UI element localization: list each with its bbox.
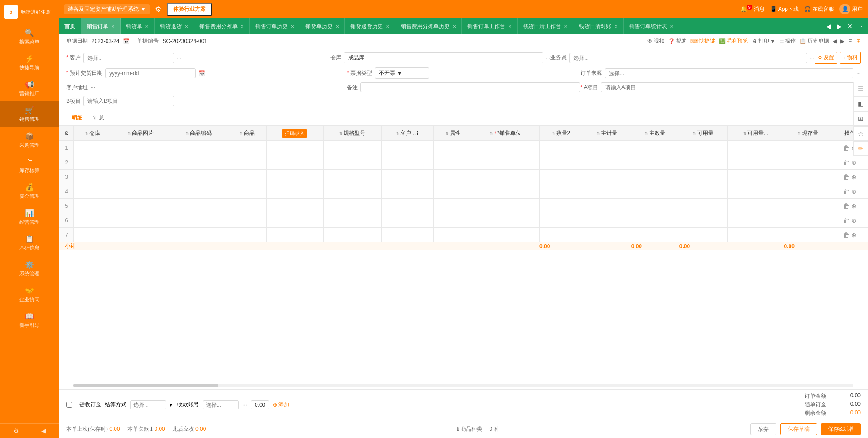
- cell-main-qty[interactable]: [631, 228, 679, 242]
- tab-stats[interactable]: 销售订单统计表 ✕: [624, 18, 679, 34]
- cell-customer-code[interactable]: [382, 199, 434, 213]
- settlement-input[interactable]: [130, 400, 166, 409]
- tab-order-workbench[interactable]: 销售订单工作台 ✕: [462, 18, 518, 34]
- staff-more-icon[interactable]: ···: [810, 55, 815, 61]
- cell-qty2[interactable]: [539, 141, 583, 155]
- user-menu[interactable]: 👤 用户: [839, 4, 863, 14]
- order-source-more-icon[interactable]: ···: [856, 70, 861, 77]
- cell-attr[interactable]: [434, 228, 472, 242]
- cell-spec[interactable]: [323, 199, 381, 213]
- tab-summary[interactable]: 汇总: [88, 111, 110, 125]
- cell-attr[interactable]: [434, 170, 472, 184]
- staff-input[interactable]: [569, 53, 807, 63]
- cell-attr[interactable]: [434, 213, 472, 228]
- cell-product[interactable]: [228, 184, 266, 199]
- cell-code[interactable]: [170, 184, 228, 199]
- profit-preview-btn[interactable]: 💹 毛利预览: [719, 37, 748, 45]
- float-btn-5[interactable]: ✏: [853, 141, 868, 156]
- cell-product[interactable]: [228, 155, 266, 170]
- close-tab-icon[interactable]: ✕: [291, 24, 294, 29]
- delete-row-icon[interactable]: 🗑: [843, 173, 849, 181]
- app-download-btn[interactable]: 📱 App下载: [770, 5, 799, 13]
- scan-button[interactable]: 扫码录入: [282, 129, 307, 138]
- cell-attr[interactable]: [434, 184, 472, 199]
- shortcut-btn[interactable]: ⌨ 快捷键: [690, 37, 715, 45]
- sidebar-item-purchase[interactable]: 📦 采购管理: [0, 127, 59, 153]
- date-picker-icon[interactable]: 📅: [199, 70, 205, 77]
- sidebar-item-finance[interactable]: 💰 资金管理: [0, 178, 59, 204]
- cell-qty2[interactable]: [539, 155, 583, 170]
- cell-warehouse[interactable]: [74, 184, 112, 199]
- warehouse-value[interactable]: 成品库: [344, 52, 543, 63]
- cell-unit[interactable]: [472, 155, 539, 170]
- horizontal-scrollbar[interactable]: [59, 382, 868, 389]
- delete-row-icon[interactable]: 🗑: [843, 144, 849, 152]
- help-btn[interactable]: ❓ 帮助: [668, 37, 687, 45]
- sidebar-item-inventory[interactable]: 🗂 库存核算: [0, 153, 59, 178]
- cell-product[interactable]: [228, 228, 266, 242]
- cell-attr[interactable]: [434, 141, 472, 155]
- cell-main-unit[interactable]: [583, 170, 631, 184]
- sidebar-item-operations[interactable]: 📊 经营管理: [0, 204, 59, 230]
- cell-product[interactable]: [228, 213, 266, 228]
- cell-warehouse[interactable]: [74, 155, 112, 170]
- tab-home[interactable]: 首页: [59, 18, 81, 34]
- collapse-icon[interactable]: ◀: [41, 427, 46, 434]
- cell-qty2[interactable]: [539, 213, 583, 228]
- cell-warehouse[interactable]: [74, 141, 112, 155]
- form-expand-btn[interactable]: ⊞: [856, 38, 861, 44]
- tab-return-history[interactable]: 销货退货历史 ✕: [345, 18, 395, 34]
- cell-main-unit[interactable]: [583, 213, 631, 228]
- cell-unit[interactable]: [472, 199, 539, 213]
- online-service-btn[interactable]: 🎧 在线客服: [804, 5, 834, 13]
- cell-unit[interactable]: [472, 170, 539, 184]
- save-draft-button[interactable]: 保存草稿: [780, 423, 817, 435]
- sidebar-item-quicknav[interactable]: ⚡ 快捷导航: [0, 50, 59, 76]
- close-tab-icon[interactable]: ✕: [145, 24, 149, 29]
- tab-close-all[interactable]: ✕: [844, 18, 855, 34]
- operations-btn[interactable]: ☰ 操作: [779, 37, 796, 45]
- cell-code[interactable]: [170, 141, 228, 155]
- history-btn[interactable]: 📋 历史单据: [800, 37, 829, 45]
- sidebar-item-system[interactable]: ⚙️ 系统管理: [0, 256, 59, 282]
- delete-row-icon[interactable]: 🗑: [843, 188, 849, 195]
- cell-warehouse[interactable]: [74, 213, 112, 228]
- cell-unit[interactable]: [472, 184, 539, 199]
- close-tab-icon[interactable]: ✕: [335, 24, 339, 29]
- a-project-input[interactable]: [601, 82, 861, 92]
- cell-product[interactable]: [228, 199, 266, 213]
- copy-row-icon[interactable]: ⊕: [851, 173, 857, 181]
- close-tab-icon[interactable]: ✕: [240, 24, 244, 29]
- settings-panel-btn[interactable]: ⚙ 设置: [815, 52, 837, 64]
- cell-spec[interactable]: [323, 228, 381, 242]
- discard-button[interactable]: 放弃: [750, 423, 776, 435]
- tab-sales-return[interactable]: 销货退货 ✕: [155, 18, 194, 34]
- add-payment-btn[interactable]: ⊕ 添加: [273, 401, 289, 409]
- tab-fee-history[interactable]: 销售费用分摊单历史 ✕: [395, 18, 462, 34]
- settings-bottom-icon[interactable]: ⚙: [13, 427, 19, 434]
- tab-prev-arrow[interactable]: ◀: [824, 18, 834, 34]
- b-project-input[interactable]: [83, 96, 174, 106]
- col-gear[interactable]: ⚙: [59, 126, 74, 141]
- form-nav-next[interactable]: ▶: [840, 38, 844, 44]
- cell-main-qty[interactable]: [631, 199, 679, 213]
- float-btn-4[interactable]: ☆: [853, 126, 868, 141]
- float-btn-2[interactable]: ◧: [853, 96, 868, 111]
- cell-unit[interactable]: [472, 213, 539, 228]
- cell-customer-code[interactable]: [382, 155, 434, 170]
- tab-fee-split[interactable]: 销售费用分摊单 ✕: [194, 18, 250, 34]
- delete-row-icon[interactable]: 🗑: [843, 159, 849, 166]
- customer-input[interactable]: [83, 53, 174, 63]
- cell-main-unit[interactable]: [583, 141, 631, 155]
- topbar-settings-icon[interactable]: ⚙: [153, 5, 163, 14]
- cell-main-unit[interactable]: [583, 228, 631, 242]
- cell-warehouse[interactable]: [74, 199, 112, 213]
- cell-customer-code[interactable]: [382, 141, 434, 155]
- customer-more-icon[interactable]: ···: [177, 55, 181, 61]
- float-btn-1[interactable]: ☰: [853, 82, 868, 96]
- close-tab-icon[interactable]: ✕: [564, 24, 567, 29]
- copy-row-icon[interactable]: ⊕: [851, 202, 857, 210]
- order-source-input[interactable]: [605, 68, 853, 78]
- cell-product[interactable]: [228, 141, 266, 155]
- address-more-icon[interactable]: ···: [91, 84, 95, 91]
